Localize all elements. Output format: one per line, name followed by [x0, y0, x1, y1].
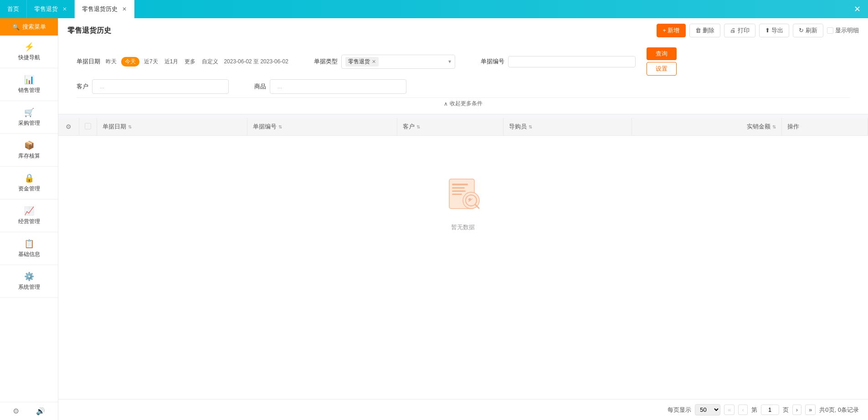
- query-button[interactable]: 查询: [647, 47, 677, 60]
- date-filter-group: 单据日期 昨天 今天 近7天 近1月 更多 自定义 2023-06-02 至 2…: [77, 57, 288, 67]
- sidebar-search-label: 搜索菜单: [22, 23, 46, 31]
- page-summary: 共0页, 0条记录: [819, 406, 859, 414]
- date-btn-1month[interactable]: 近1月: [163, 57, 180, 67]
- page-size-select[interactable]: 50 100 200: [695, 404, 720, 415]
- sidebar-item-operations-mgmt-label: 经营管理: [18, 218, 40, 225]
- empty-state-text: 暂无数据: [451, 223, 475, 231]
- date-col-sort[interactable]: 单据日期 ⇅: [103, 123, 132, 131]
- guide-col-sort[interactable]: 导购员 ⇅: [509, 123, 532, 131]
- type-select[interactable]: 零售退货 ✕ ▾: [341, 55, 455, 69]
- finance-mgmt-icon: 🔒: [24, 173, 34, 183]
- sidebar-item-system-mgmt-label: 系统管理: [18, 283, 40, 291]
- tab-retail-return[interactable]: 零售退货 ✕: [27, 0, 75, 18]
- page-size-label: 每页显示: [668, 406, 691, 414]
- data-table: ⚙ 单据日期 ⇅ 单据编号: [58, 118, 868, 268]
- customer-sort-icon: ⇅: [416, 124, 420, 129]
- page-title-row: 零售退货历史 + 新增 🗑 删除 🖨 打印 ⬆ 导出 ↻ 刷新 显示明细: [67, 24, 859, 37]
- number-col-sort[interactable]: 单据编号 ⇅: [253, 123, 282, 131]
- goods-filter-label: 商品: [254, 82, 266, 91]
- customer-select[interactable]: ...: [92, 79, 229, 94]
- export-button[interactable]: ⬆ 导出: [759, 24, 790, 37]
- prev-page-btn[interactable]: ‹: [738, 405, 747, 415]
- toolbar-buttons: + 新增 🗑 删除 🖨 打印 ⬆ 导出 ↻ 刷新 显示明细: [657, 24, 859, 37]
- date-btn-custom[interactable]: 自定义: [200, 57, 220, 67]
- sidebar-item-basic-info[interactable]: 📋 基础信息: [0, 232, 58, 265]
- svg-rect-1: [452, 184, 468, 185]
- last-page-btn[interactable]: »: [805, 405, 816, 415]
- add-button[interactable]: + 新增: [657, 24, 685, 37]
- col-date: 单据日期 ⇅: [97, 118, 247, 136]
- col-guide: 导购员 ⇅: [503, 118, 632, 136]
- sidebar: 🔍 搜索菜单 ⚡ 快捷导航 📊 销售管理 🛒 采购管理 📦 库存核算 🔒 资金管…: [0, 18, 58, 420]
- inventory-icon: 📦: [24, 140, 34, 150]
- search-icon: 🔍: [12, 24, 20, 31]
- type-tag: 零售退货 ✕: [345, 57, 379, 67]
- sidebar-item-purchase-mgmt[interactable]: 🛒 采购管理: [0, 101, 58, 134]
- collapse-btn[interactable]: ∧ 收起更多条件: [77, 97, 850, 109]
- tab-retail-return-history-label: 零售退货历史: [82, 5, 118, 13]
- number-filter-input[interactable]: [508, 56, 636, 67]
- date-btn-today[interactable]: 今天: [121, 57, 139, 67]
- setting-button[interactable]: 设置: [647, 62, 677, 76]
- print-button[interactable]: 🖨 打印: [724, 24, 755, 37]
- customer-filter-group: 客户 ...: [77, 79, 229, 94]
- tab-retail-return-close[interactable]: ✕: [62, 6, 67, 12]
- date-btn-more[interactable]: 更多: [183, 57, 197, 67]
- refresh-button[interactable]: ↻ 刷新: [793, 24, 823, 37]
- action-col-label: 操作: [787, 123, 799, 130]
- sidebar-audio-btn[interactable]: 🔊: [36, 407, 45, 415]
- delete-button[interactable]: 🗑 删除: [689, 24, 721, 37]
- sidebar-search[interactable]: 🔍 搜索菜单: [0, 18, 58, 36]
- date-btn-yesterday[interactable]: 昨天: [104, 57, 118, 67]
- collapse-label: 收起更多条件: [450, 100, 483, 108]
- display-checkbox[interactable]: [827, 27, 833, 34]
- first-page-btn[interactable]: «: [724, 405, 734, 415]
- tab-retail-return-history-close[interactable]: ✕: [122, 6, 127, 12]
- date-btn-7days[interactable]: 近7天: [142, 57, 160, 67]
- action-buttons: 查询 设置: [647, 47, 677, 76]
- page-title: 零售退货历史: [67, 26, 111, 36]
- next-page-btn[interactable]: ›: [792, 405, 801, 415]
- page-label: 第: [751, 406, 757, 414]
- sidebar-bottom: ⚙ 🔊: [0, 402, 58, 420]
- sidebar-item-operations-mgmt[interactable]: 📈 经营管理: [0, 200, 58, 232]
- amount-col-label: 实销金额: [747, 123, 770, 131]
- window-close-btn[interactable]: ✕: [847, 4, 868, 14]
- operations-mgmt-icon: 📈: [24, 206, 34, 216]
- svg-rect-2: [452, 187, 465, 189]
- sidebar-settings-btn[interactable]: ⚙: [13, 407, 19, 415]
- pagination-bar: 每页显示 50 100 200 « ‹ 第 页 › » 共0页, 0条记录: [58, 399, 868, 420]
- select-all-checkbox[interactable]: [85, 123, 91, 129]
- svg-rect-4: [452, 194, 462, 195]
- col-checkbox: [79, 118, 97, 136]
- tab-home[interactable]: 首页: [0, 0, 27, 18]
- type-filter-group: 单据类型 零售退货 ✕ ▾: [314, 55, 455, 69]
- sidebar-item-quick-nav-label: 快捷导航: [18, 54, 40, 61]
- tab-retail-return-history[interactable]: 零售退货历史 ✕: [75, 0, 134, 18]
- customer-col-sort[interactable]: 客户 ⇅: [403, 123, 420, 131]
- sidebar-item-sales-mgmt[interactable]: 📊 销售管理: [0, 68, 58, 101]
- content-area: 零售退货历史 + 新增 🗑 删除 🖨 打印 ⬆ 导出 ↻ 刷新 显示明细: [58, 18, 868, 420]
- type-filter-label: 单据类型: [314, 57, 338, 66]
- customer-placeholder: ...: [96, 82, 108, 92]
- goods-select[interactable]: ...: [270, 79, 406, 94]
- type-tag-close[interactable]: ✕: [372, 59, 376, 65]
- sidebar-item-finance-mgmt[interactable]: 🔒 资金管理: [0, 167, 58, 200]
- date-range-display: 2023-06-02 至 2023-06-02: [224, 58, 288, 66]
- guide-col-label: 导购员: [509, 123, 527, 131]
- svg-rect-3: [452, 190, 466, 192]
- empty-state-cell: 暂无数据: [58, 136, 868, 268]
- customer-col-label: 客户: [403, 123, 415, 131]
- display-label: 显示明细: [835, 26, 859, 35]
- sidebar-item-inventory-label: 库存核算: [18, 152, 40, 160]
- tab-retail-return-label: 零售退货: [34, 5, 58, 13]
- guide-sort-icon: ⇅: [529, 124, 532, 129]
- amount-col-sort[interactable]: 实销金额 ⇅: [747, 123, 776, 131]
- page-number-input[interactable]: [761, 405, 779, 415]
- sidebar-item-inventory[interactable]: 📦 库存核算: [0, 134, 58, 167]
- table-body: 暂无数据: [58, 136, 868, 268]
- col-settings-icon[interactable]: ⚙: [64, 121, 73, 132]
- empty-state: 暂无数据: [58, 136, 868, 268]
- sidebar-item-system-mgmt[interactable]: ⚙️ 系统管理: [0, 265, 58, 298]
- sidebar-item-quick-nav[interactable]: ⚡ 快捷导航: [0, 36, 58, 68]
